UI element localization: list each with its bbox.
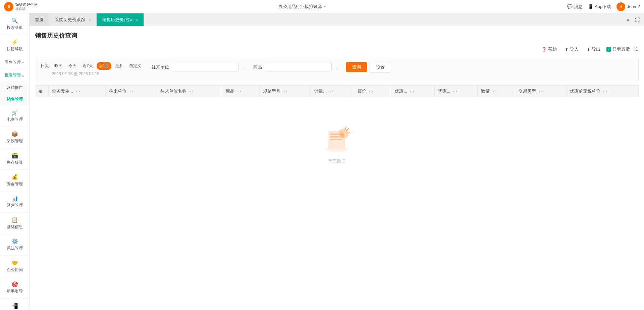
tab-close-sales[interactable]: × [136, 17, 138, 22]
date-range: 2023-02-18 至 2023-03-18 [52, 71, 144, 77]
sort-icon: ▲▼ [129, 90, 134, 93]
col-spec[interactable]: 规格型号 ▲▼ [260, 86, 311, 97]
app-download-button[interactable]: 📱 App下载 [588, 4, 611, 10]
sidebar-item-finance[interactable]: 💰 资金管理 [0, 170, 29, 191]
sidebar-item-wholesale-mgmt[interactable]: 批发管理 ▲ [0, 69, 29, 82]
col-biz-date[interactable]: 业务发生... ▲▼ [49, 86, 106, 97]
header-center[interactable]: 办公用品行业模拟账套 ▼ [278, 4, 327, 10]
import-icon: ⬆ [565, 47, 569, 52]
tab-bar: 首页 采购历史价跟踪 × 销售历史价跟踪 × × ⛶ [30, 13, 644, 26]
date-yesterday[interactable]: 昨天 [52, 62, 65, 70]
sort-icon: ▲▼ [236, 90, 242, 93]
sidebar-item-search-menu[interactable]: 🔍 搜索菜单 [0, 13, 29, 35]
date-7days[interactable]: 近7天 [80, 62, 95, 70]
only-last-checkbox[interactable]: ✓ [606, 47, 611, 52]
account-selector[interactable]: 办公用品行业模拟账套 ▼ [278, 4, 327, 10]
newbie-icon: 🎯 [11, 281, 18, 288]
col-goods[interactable]: 商品 ▲▼ [222, 86, 259, 97]
import-button[interactable]: ⬆ 导入 [563, 45, 581, 54]
date-custom[interactable]: 自定义 [127, 62, 144, 70]
purchase-icon: 📦 [11, 131, 18, 137]
ecommerce-icon: 🛒 [11, 109, 18, 116]
table-header-row: ⚙ 业务发生... ▲▼ 往来单位 ▲▼ 往来单位名称 ▲▼ [35, 86, 639, 97]
help-button[interactable]: ❓ 帮助 [539, 45, 559, 54]
goods-filter-label: 商品 [253, 63, 262, 70]
sys-icon: ⚙️ [11, 238, 18, 245]
col-quantity[interactable]: 数量 ▲▼ [478, 86, 515, 97]
date-filter-label: 日期 [41, 62, 49, 69]
col-trade-type[interactable]: 交易类型 ▲▼ [515, 86, 566, 97]
sort-icon: ▲▼ [602, 90, 608, 93]
sidebar-item-corp-collab[interactable]: 🤝 企业协同 [0, 256, 29, 277]
logo-icon: 6 [4, 2, 13, 11]
page-content: 销售历史价查询 ❓ 帮助 ⬆ 导入 ⬇ 导出 ✓ 只看最后一次 [30, 26, 644, 310]
export-icon: ⬇ [587, 47, 590, 52]
tab-close-all-button[interactable]: × [624, 16, 632, 24]
tab-fullscreen-button[interactable]: ⛶ [633, 16, 641, 24]
sort-icon: ▲▼ [492, 90, 497, 93]
header-bar: 6 畅捷通好生意 标账版 办公用品行业模拟账套 ▼ 💬 消息 📱 App下载 d… [0, 0, 644, 13]
tab-close-purchase[interactable]: × [89, 17, 91, 22]
export-button[interactable]: ⬇ 导出 [585, 45, 602, 54]
date-buttons: 昨天 今天 近7天 近1月 更多 自定义 [52, 62, 144, 70]
search-icon: 🔍 [11, 17, 18, 24]
help-icon: ❓ [541, 47, 547, 52]
sidebar-item-newbie[interactable]: 🎯 新手引导 [0, 277, 29, 299]
toolbar: ❓ 帮助 ⬆ 导入 ⬇ 导出 ✓ 只看最后一次 [35, 45, 639, 54]
sidebar-item-ecommerce[interactable]: 🛒 电商管理 [0, 105, 29, 127]
date-1month[interactable]: 近1月 [97, 62, 112, 70]
settings-icon: ⚙ [39, 89, 43, 94]
sidebar-subitem-marketing[interactable]: 营销推广 [0, 82, 29, 94]
nav-icon: ⚡ [11, 39, 18, 45]
partner-filter-group: 往来单位 ... [152, 62, 245, 71]
message-icon: 💬 [567, 4, 573, 9]
sort-icon: ▲▼ [75, 90, 80, 93]
col-quote[interactable]: 报价 ▲▼ [354, 86, 391, 97]
col-discount2[interactable]: 优惠... ▲▼ [434, 86, 478, 97]
col-pre-tax-price[interactable]: 优惠前无税单价 ▲▼ [566, 86, 638, 97]
col-discount1[interactable]: 优惠... ▲▼ [391, 86, 434, 97]
tab-purchase-history[interactable]: 采购历史价跟踪 × [49, 13, 97, 26]
dropdown-arrow-icon: ▼ [323, 5, 327, 8]
sort-icon: ▲▼ [283, 90, 288, 93]
svg-rect-3 [330, 136, 340, 138]
col-unit[interactable]: 计量... ▲▼ [311, 86, 354, 97]
col-partner-name[interactable]: 往来单位名称 ▲▼ [157, 86, 222, 97]
empty-text: 暂无数据 [328, 158, 345, 164]
app-icon: 📲 [11, 303, 18, 309]
sort-icon: ▲▼ [368, 90, 374, 93]
sidebar-item-purchase[interactable]: 📦 采购管理 [0, 127, 29, 148]
sidebar-item-quick-nav[interactable]: ⚡ 快捷导航 [0, 35, 29, 56]
basic-icon: 📋 [11, 217, 18, 223]
user-menu[interactable]: d demo2 [616, 2, 640, 11]
partner-input[interactable] [172, 62, 239, 71]
sidebar-item-ops[interactable]: 📊 经营管理 [0, 191, 29, 213]
goods-dots: ... [334, 64, 338, 69]
goods-input[interactable] [265, 62, 332, 71]
sidebar-subitem-sales-mgmt[interactable]: 销售管理 [0, 94, 29, 105]
sidebar-item-basic-info[interactable]: 📋 基础信息 [0, 213, 29, 234]
sidebar-item-sys-mgmt[interactable]: ⚙️ 系统管理 [0, 234, 29, 256]
sidebar-item-retail-mgmt[interactable]: 零售管理 ▼ [0, 56, 29, 69]
logo-area: 6 畅捷通好生意 标账版 [4, 2, 38, 11]
message-button[interactable]: 💬 消息 [567, 4, 583, 10]
sort-icon: ▲▼ [538, 90, 543, 93]
tab-home[interactable]: 首页 [30, 13, 49, 26]
goods-filter-group: 商品 ... [253, 62, 338, 71]
inventory-icon: 🗃️ [11, 152, 18, 159]
only-last-checkbox-label[interactable]: ✓ 只看最后一次 [606, 46, 639, 52]
phone-icon: 📱 [588, 4, 593, 9]
col-partner-code[interactable]: 往来单位 ▲▼ [106, 86, 157, 97]
sidebar: 🔍 搜索菜单 ⚡ 快捷导航 零售管理 ▼ 批发管理 ▲ 营销推广 销售管理 🛒 … [0, 13, 30, 310]
header-right: 💬 消息 📱 App下载 d demo2 [567, 2, 640, 11]
date-more[interactable]: 更多 [113, 62, 125, 70]
settings-button[interactable]: 设置 [370, 62, 391, 73]
sidebar-item-app-center[interactable]: 📲 应用中心 [0, 299, 29, 310]
sort-icon: ▲▼ [452, 90, 458, 93]
query-button[interactable]: 查询 [346, 62, 367, 72]
sidebar-item-inventory[interactable]: 🗃️ 库存核算 [0, 148, 29, 170]
date-today[interactable]: 今天 [66, 62, 79, 70]
tab-sales-history[interactable]: 销售历史价跟踪 × [97, 13, 144, 26]
col-settings[interactable]: ⚙ [35, 86, 49, 97]
header-left: 6 畅捷通好生意 标账版 [4, 2, 38, 11]
